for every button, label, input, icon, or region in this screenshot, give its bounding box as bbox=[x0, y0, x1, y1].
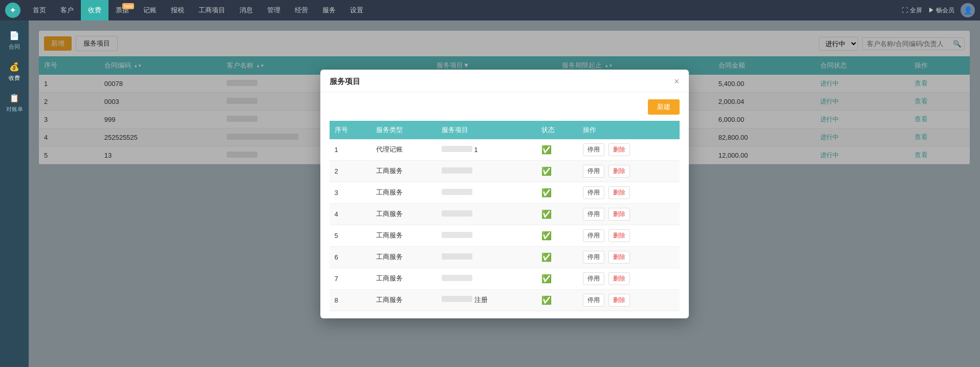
contract-icon: 📄 bbox=[9, 30, 20, 41]
list-item: 6 工商服务 ✅ 停用 删除 bbox=[330, 246, 680, 268]
nav-billing[interactable]: 收费 bbox=[81, 0, 108, 20]
stop-button-8[interactable]: 停用 bbox=[583, 294, 604, 307]
list-item: 8 工商服务 注册 ✅ 停用 删除 bbox=[330, 289, 680, 311]
nav-business[interactable]: 工商项目 bbox=[191, 0, 232, 20]
status-check-4: ✅ bbox=[541, 210, 552, 219]
stop-button-1[interactable]: 停用 bbox=[583, 143, 604, 156]
nav-service[interactable]: 服务 bbox=[315, 0, 343, 20]
inner-col-seq: 序号 bbox=[330, 121, 372, 139]
modal-overlay: 服务项目 × 新建 序号 服务类型 服务项目 状态 bbox=[29, 20, 980, 367]
sidebar-item-billing[interactable]: 💰 收费 bbox=[0, 57, 29, 86]
main-layout: 📄 合同 💰 收费 📋 对账单 新增 服务项目 进行中 已完成 全部 bbox=[0, 20, 980, 367]
delete-button-3[interactable]: 删除 bbox=[608, 186, 630, 199]
delete-button-8[interactable]: 删除 bbox=[608, 294, 630, 307]
delete-button-1[interactable]: 删除 bbox=[608, 143, 630, 156]
inner-col-type: 服务类型 bbox=[371, 121, 437, 139]
nav-settings[interactable]: 设置 bbox=[343, 0, 371, 20]
list-item: 7 工商服务 ✅ 停用 删除 bbox=[330, 268, 680, 289]
list-item: 2 工商服务 ✅ 停用 删除 bbox=[330, 160, 680, 182]
nav-operation[interactable]: 经营 bbox=[288, 0, 315, 20]
top-nav: ✦ 首页 客户 收费 票据 new 记账 报税 工商项目 消息 管理 经营 服务… bbox=[0, 0, 980, 20]
sidebar: 📄 合同 💰 收费 📋 对账单 bbox=[0, 20, 29, 367]
delete-button-5[interactable]: 删除 bbox=[608, 229, 630, 242]
list-item: 5 工商服务 ✅ 停用 删除 bbox=[330, 225, 680, 246]
nav-customer[interactable]: 客户 bbox=[53, 0, 81, 20]
stop-button-6[interactable]: 停用 bbox=[583, 251, 604, 264]
nav-manage[interactable]: 管理 bbox=[260, 0, 288, 20]
sidebar-item-contract-label: 合同 bbox=[9, 43, 20, 51]
stop-button-5[interactable]: 停用 bbox=[583, 229, 604, 242]
fullscreen-button[interactable]: ⛶ 全屏 bbox=[902, 6, 922, 15]
status-check-8: ✅ bbox=[541, 296, 552, 305]
stop-button-7[interactable]: 停用 bbox=[583, 272, 604, 285]
stop-button-2[interactable]: 停用 bbox=[583, 165, 604, 178]
dialog-toolbar: 新建 bbox=[330, 99, 680, 115]
dialog-title: 服务项目 bbox=[330, 77, 360, 87]
nav-home[interactable]: 首页 bbox=[26, 0, 53, 20]
app-logo: ✦ bbox=[5, 3, 20, 18]
dialog-close-button[interactable]: × bbox=[674, 77, 680, 86]
sidebar-item-billing-label: 收费 bbox=[9, 74, 20, 82]
statement-icon: 📋 bbox=[9, 92, 20, 103]
service-items-dialog: 服务项目 × 新建 序号 服务类型 服务项目 状态 bbox=[320, 70, 689, 318]
list-item: 1 代理记账 1 ✅ 停用 删除 bbox=[330, 139, 680, 161]
new-service-button[interactable]: 新建 bbox=[648, 99, 680, 115]
list-item: 4 工商服务 ✅ 停用 删除 bbox=[330, 203, 680, 225]
member-button[interactable]: ▶ 畅会员 bbox=[928, 6, 954, 15]
status-check-7: ✅ bbox=[541, 274, 552, 283]
status-check-6: ✅ bbox=[541, 253, 552, 262]
billing-icon: 💰 bbox=[9, 61, 20, 72]
status-check-1: ✅ bbox=[541, 145, 552, 154]
stop-button-4[interactable]: 停用 bbox=[583, 208, 604, 221]
status-check-2: ✅ bbox=[541, 167, 552, 176]
avatar[interactable]: 👤 bbox=[961, 3, 975, 17]
status-check-5: ✅ bbox=[541, 231, 552, 240]
sidebar-item-contract[interactable]: 📄 合同 bbox=[0, 26, 29, 55]
delete-button-2[interactable]: 删除 bbox=[608, 165, 630, 178]
top-nav-right: ⛶ 全屏 ▶ 畅会员 👤 bbox=[902, 3, 975, 17]
status-check-3: ✅ bbox=[541, 188, 552, 197]
nav-tax[interactable]: 报税 bbox=[164, 0, 191, 20]
service-items-table: 序号 服务类型 服务项目 状态 操作 1 代理记账 1 bbox=[330, 121, 680, 311]
nav-bookkeeping[interactable]: 记账 bbox=[136, 0, 164, 20]
list-item: 3 工商服务 ✅ 停用 删除 bbox=[330, 182, 680, 203]
nav-invoice[interactable]: 票据 new bbox=[108, 0, 136, 20]
inner-col-action: 操作 bbox=[578, 121, 679, 139]
sidebar-item-statement-label: 对账单 bbox=[6, 105, 23, 113]
inner-col-item: 服务项目 bbox=[437, 121, 536, 139]
sidebar-item-statement[interactable]: 📋 对账单 bbox=[0, 88, 29, 117]
delete-button-4[interactable]: 删除 bbox=[608, 208, 630, 221]
delete-button-7[interactable]: 删除 bbox=[608, 272, 630, 285]
delete-button-6[interactable]: 删除 bbox=[608, 251, 630, 264]
content-area: 新增 服务项目 进行中 已完成 全部 🔍 bbox=[29, 20, 980, 367]
dialog-header: 服务项目 × bbox=[320, 70, 689, 92]
nav-message[interactable]: 消息 bbox=[232, 0, 260, 20]
stop-button-3[interactable]: 停用 bbox=[583, 186, 604, 199]
dialog-body: 新建 序号 服务类型 服务项目 状态 操作 bbox=[320, 92, 689, 318]
main-nav: 首页 客户 收费 票据 new 记账 报税 工商项目 消息 管理 经营 服务 设… bbox=[26, 0, 371, 20]
new-badge: new bbox=[122, 3, 134, 9]
inner-col-status: 状态 bbox=[536, 121, 578, 139]
